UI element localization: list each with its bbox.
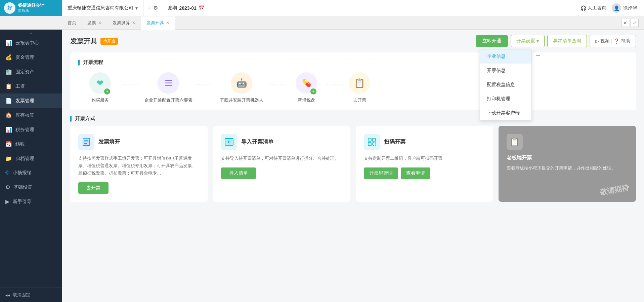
tab-home[interactable]: 首页 bbox=[62, 16, 82, 30]
period-value: 2023-01 bbox=[179, 5, 196, 11]
cancel-fixed-button[interactable]: ◂◂ 取消固定 bbox=[0, 288, 62, 302]
guide-icon: ▶ bbox=[5, 198, 9, 205]
inventory-icon: 🏠 bbox=[5, 112, 12, 118]
assets-icon: 🏢 bbox=[5, 69, 12, 75]
tab-invoice-close-icon[interactable]: ✕ bbox=[98, 21, 101, 25]
sidebar-item-assets[interactable]: 🏢 固定资产 bbox=[0, 65, 62, 79]
sidebar-item-base-settings[interactable]: ⚙ 基础设置 bbox=[0, 180, 62, 194]
period-label: 账期 bbox=[168, 5, 177, 11]
flow-step-3: 🤖 下载并安装开票机器人 bbox=[215, 72, 268, 103]
tab-open-close-icon[interactable]: ✕ bbox=[166, 21, 169, 25]
cancel-fixed-icon: ◂◂ bbox=[5, 293, 10, 298]
sidebar-scroll-up[interactable]: ▲ bbox=[0, 30, 62, 36]
video-help-button[interactable]: ▷ 视频 | ❓ 帮助 bbox=[590, 35, 636, 47]
dropdown-item-company[interactable]: 企业信息 → bbox=[480, 49, 531, 64]
flow-step-2: ☰ 企业开通配置开票六要素 bbox=[141, 72, 195, 103]
sidebar-item-guide[interactable]: ▶ 新手引导 bbox=[0, 194, 62, 209]
sidebar-item-invoice[interactable]: 📄 发票管理 bbox=[0, 93, 62, 108]
dropdown-item-invoice-info[interactable]: 开票信息 bbox=[480, 64, 531, 78]
method-import-title: 导入开票清单 bbox=[241, 139, 273, 146]
service-button[interactable]: 🎧 人工咨询 bbox=[581, 5, 606, 11]
play-icon: ▷ bbox=[595, 38, 599, 44]
main-content: 发票开具 待开通 立即开通 开票设置 ▾ 异常清单查询 ▷ 视频 | ❓ bbox=[62, 30, 644, 302]
query-button[interactable]: 异常清单查询 bbox=[547, 35, 587, 47]
add-company-icon[interactable]: + bbox=[147, 5, 151, 11]
sidebar-item-payroll[interactable]: 📋 工资 bbox=[0, 79, 62, 93]
sidebar-item-cloud-report[interactable]: 📊 云报表中心 bbox=[0, 36, 62, 50]
page-title: 发票开具 bbox=[70, 37, 97, 46]
dropdown-item-taxdisk[interactable]: 配置税盘信息 bbox=[480, 78, 531, 92]
method-scan-title: 扫码开票 bbox=[384, 139, 405, 146]
tab-calc-close-icon[interactable]: ✕ bbox=[132, 21, 135, 25]
payroll-icon: 📋 bbox=[5, 83, 12, 89]
base-settings-icon: ⚙ bbox=[5, 184, 10, 190]
method-manual-btn[interactable]: 去开票 bbox=[78, 182, 109, 194]
red-arrow-icon: → bbox=[535, 52, 541, 59]
methods-section-title: 开票方式 bbox=[75, 115, 95, 122]
dropdown-item-download[interactable]: 下载开票客户端 bbox=[480, 106, 531, 120]
sidebar-item-archive[interactable]: 📁 归档管理 bbox=[0, 151, 62, 166]
settle-icon: 📅 bbox=[5, 141, 12, 147]
sidebar-item-funds[interactable]: 💰 资金管理 bbox=[0, 50, 62, 65]
funds-icon: 💰 bbox=[5, 54, 12, 61]
tab-invoice[interactable]: 发票 ✕ bbox=[82, 16, 107, 30]
sidebar-item-tax[interactable]: 📊 税务管理 bbox=[0, 122, 62, 137]
user-avatar-icon: 👤 bbox=[612, 3, 621, 13]
logo-area: 好 畅捷通好会计 旗舰版 bbox=[0, 0, 62, 16]
calendar-icon[interactable]: 📅 bbox=[199, 5, 204, 11]
method-card-boss: 📋 老板端开票 查看老板端小程序提交的开票申请，并作出相应的处理。 敬请期待 bbox=[499, 126, 636, 202]
method-scan-btn2[interactable]: 查看申请 bbox=[401, 167, 430, 179]
logo-icon: 好 bbox=[4, 2, 15, 14]
service-label: 人工咨询 bbox=[588, 5, 606, 11]
svg-rect-10 bbox=[373, 143, 376, 146]
headset-icon: 🎧 bbox=[581, 5, 586, 11]
method-card-manual: 发票填开 支持按照发票样式手工填开发票；可开具增值税电子普通发票、增值税普通发票… bbox=[70, 126, 208, 202]
invoice-setting-button[interactable]: 开票设置 ▾ bbox=[511, 35, 545, 47]
company-name: 重庆畅捷交通信息咨询有限公司 bbox=[68, 5, 133, 11]
sidebar: ▲ 📊 云报表中心 💰 资金管理 🏢 固定资产 📋 工资 📄 发票管理 bbox=[0, 30, 62, 302]
company-chevron-icon[interactable]: ▾ bbox=[135, 5, 138, 11]
cloud-report-icon: 📊 bbox=[5, 40, 12, 46]
method-import-btn[interactable]: 导入清单 bbox=[221, 167, 256, 179]
tab-maximize-button[interactable]: ⤢ bbox=[631, 19, 639, 27]
settings-icon[interactable]: ⚙ bbox=[153, 5, 158, 11]
tab-invoice-calc[interactable]: 发票测算 ✕ bbox=[107, 16, 141, 30]
archive-icon: 📁 bbox=[5, 155, 12, 162]
logo-title: 畅捷通好会计 bbox=[18, 3, 44, 8]
invoice-sidebar-icon: 📄 bbox=[5, 98, 12, 104]
method-scan-desc: 支持定制开票二维码，客户端可扫码开票 bbox=[364, 155, 485, 162]
tab-minimize-button[interactable]: ✕ bbox=[621, 19, 629, 27]
help-icon: ❓ bbox=[614, 38, 619, 44]
method-card-import: 导入开票清单 支持导入待开票清单，可对待开票清单进行拆分、合并处理。 导入清单 bbox=[213, 126, 350, 202]
sidebar-item-expense[interactable]: © 小畅报销 bbox=[0, 166, 62, 180]
svg-rect-8 bbox=[373, 138, 376, 141]
method-manual-title: 发票填开 bbox=[98, 139, 120, 146]
flow-section-title: 开票流程 bbox=[83, 59, 103, 66]
user-name: 徐泽华 bbox=[623, 5, 637, 11]
method-scan-btn1[interactable]: 开票码管理 bbox=[364, 167, 398, 179]
status-badge: 待开通 bbox=[100, 38, 118, 45]
boss-overlay-text: 敬请期待 bbox=[599, 183, 630, 198]
flow-step-4: 💊 + 新增税盘 bbox=[288, 72, 325, 103]
svg-rect-7 bbox=[368, 138, 371, 141]
method-import-desc: 支持导入待开票清单，可对待开票清单进行拆分、合并处理。 bbox=[221, 155, 342, 162]
tax-icon: 📊 bbox=[5, 126, 12, 133]
logo-subtitle: 旗舰版 bbox=[18, 8, 44, 13]
activate-button[interactable]: 立即开通 bbox=[476, 35, 508, 47]
flow-step-5: 📋 去开票 bbox=[344, 72, 375, 103]
dropdown-item-printer[interactable]: 打印机管理 bbox=[480, 92, 531, 106]
sidebar-item-settle[interactable]: 📅 结账 bbox=[0, 137, 62, 151]
user-area[interactable]: 👤 徐泽华 bbox=[612, 3, 637, 13]
flow-step-1: ❤ + 购买服务 bbox=[78, 72, 122, 103]
expense-icon: © bbox=[5, 170, 9, 176]
invoice-setting-dropdown: 企业信息 → 开票信息 配置税盘信息 打印机管理 bbox=[480, 49, 532, 120]
method-manual-desc: 支持按照发票样式手工填开发票；可开具增值税电子普通发票、增值税普通发票、增值税专… bbox=[78, 155, 200, 177]
tab-invoice-open[interactable]: 发票开具 ✕ bbox=[141, 16, 175, 30]
method-card-scan: 扫码开票 支持定制开票二维码，客户端可扫码开票 开票码管理 查看申请 bbox=[356, 126, 493, 202]
sidebar-item-inventory[interactable]: 🏠 库存核算 bbox=[0, 108, 62, 122]
method-boss-desc: 查看老板端小程序提交的开票申请，并作出相应的处理。 bbox=[507, 164, 628, 172]
svg-rect-9 bbox=[368, 143, 371, 146]
method-boss-title: 老板端开票 bbox=[507, 155, 628, 161]
setting-chevron-icon: ▾ bbox=[536, 38, 539, 44]
